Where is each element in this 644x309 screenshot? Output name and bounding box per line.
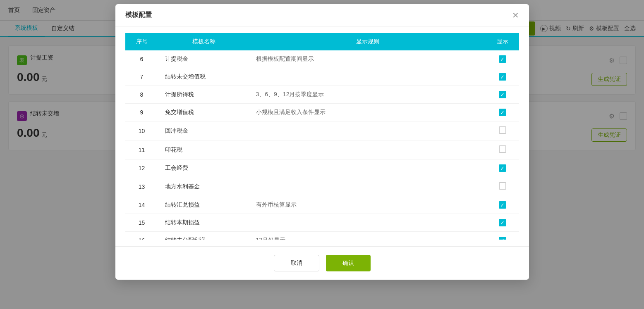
table-row: 16结转未分配利润12月份显示	[125, 232, 519, 240]
row-checkbox-15[interactable]	[499, 219, 506, 226]
row-rule-10	[249, 121, 486, 140]
table-row: 7结转未交增值税	[125, 68, 519, 86]
dialog-title: 模板配置	[125, 11, 152, 19]
template-config-dialog: 模板配置 ✕ 序号 模板名称 显示规则 显示 6计提税金根据模板配置期间显	[115, 4, 529, 280]
table-row: 13地方水利基金	[125, 177, 519, 196]
row-checkbox-cell-9	[486, 104, 519, 121]
table-row: 11印花税	[125, 140, 519, 159]
row-rule-8: 3、6、9、12月按季度显示	[249, 86, 486, 104]
row-rule-7	[249, 68, 486, 86]
row-rule-15	[249, 214, 486, 232]
row-index-13: 13	[125, 177, 158, 196]
row-checkbox-9[interactable]	[499, 109, 506, 116]
row-checkbox-12[interactable]	[499, 164, 506, 172]
row-checkbox-cell-16	[486, 232, 519, 240]
row-checkbox-cell-11	[486, 140, 519, 159]
row-rule-14: 有外币核算显示	[249, 196, 486, 214]
row-name-6: 计提税金	[158, 50, 249, 68]
cancel-button[interactable]: 取消	[274, 255, 319, 271]
row-name-16: 结转未分配利润	[158, 232, 249, 240]
row-index-16: 16	[125, 232, 158, 240]
row-index-10: 10	[125, 121, 158, 140]
table-row: 15结转本期损益	[125, 214, 519, 232]
row-rule-9: 小规模且满足收入条件显示	[249, 104, 486, 121]
row-index-6: 6	[125, 50, 158, 68]
row-checkbox-10[interactable]	[499, 126, 506, 134]
row-checkbox-cell-6	[486, 50, 519, 68]
row-index-9: 9	[125, 104, 158, 121]
col-header-display: 显示	[486, 33, 519, 50]
confirm-button[interactable]: 确认	[326, 255, 371, 271]
row-checkbox-cell-7	[486, 68, 519, 86]
row-name-13: 地方水利基金	[158, 177, 249, 196]
row-name-10: 回冲税金	[158, 121, 249, 140]
row-checkbox-cell-12	[486, 159, 519, 177]
table-row: 9免交增值税小规模且满足收入条件显示	[125, 104, 519, 121]
col-header-name: 模板名称	[158, 33, 249, 50]
dialog-body: 序号 模板名称 显示规则 显示 6计提税金根据模板配置期间显示7结转未交增值税8…	[115, 26, 529, 246]
row-checkbox-cell-13	[486, 177, 519, 196]
row-checkbox-11[interactable]	[499, 145, 506, 153]
table-row: 6计提税金根据模板配置期间显示	[125, 50, 519, 68]
table-row: 12工会经费	[125, 159, 519, 177]
row-name-12: 工会经费	[158, 159, 249, 177]
table-scroll-area[interactable]: 序号 模板名称 显示规则 显示 6计提税金根据模板配置期间显示7结转未交增值税8…	[125, 33, 519, 240]
row-name-11: 印花税	[158, 140, 249, 159]
dialog-header: 模板配置 ✕	[115, 4, 529, 26]
row-name-15: 结转本期损益	[158, 214, 249, 232]
row-checkbox-7[interactable]	[499, 73, 506, 81]
row-index-15: 15	[125, 214, 158, 232]
row-checkbox-cell-8	[486, 86, 519, 104]
modal-overlay: 模板配置 ✕ 序号 模板名称 显示规则 显示 6计提税金根据模板配置期间显	[0, 0, 644, 309]
row-index-8: 8	[125, 86, 158, 104]
row-index-7: 7	[125, 68, 158, 86]
row-checkbox-16[interactable]	[499, 237, 506, 240]
row-checkbox-cell-10	[486, 121, 519, 140]
row-checkbox-cell-14	[486, 196, 519, 214]
col-header-rule: 显示规则	[249, 33, 486, 50]
row-rule-6: 根据模板配置期间显示	[249, 50, 486, 68]
table-row: 8计提所得税3、6、9、12月按季度显示	[125, 86, 519, 104]
row-name-8: 计提所得税	[158, 86, 249, 104]
dialog-footer: 取消 确认	[115, 246, 529, 280]
row-checkbox-6[interactable]	[499, 55, 506, 63]
config-table: 序号 模板名称 显示规则 显示 6计提税金根据模板配置期间显示7结转未交增值税8…	[125, 33, 519, 240]
table-row: 14结转汇兑损益有外币核算显示	[125, 196, 519, 214]
row-name-14: 结转汇兑损益	[158, 196, 249, 214]
row-checkbox-13[interactable]	[499, 182, 506, 190]
row-index-14: 14	[125, 196, 158, 214]
row-index-11: 11	[125, 140, 158, 159]
table-row: 10回冲税金	[125, 121, 519, 140]
row-rule-13	[249, 177, 486, 196]
row-checkbox-14[interactable]	[499, 201, 506, 209]
row-name-9: 免交增值税	[158, 104, 249, 121]
col-header-index: 序号	[125, 33, 158, 50]
dialog-close-button[interactable]: ✕	[512, 11, 519, 19]
row-rule-12	[249, 159, 486, 177]
row-rule-16: 12月份显示	[249, 232, 486, 240]
row-checkbox-cell-15	[486, 214, 519, 232]
row-name-7: 结转未交增值税	[158, 68, 249, 86]
table-header-row: 序号 模板名称 显示规则 显示	[125, 33, 519, 50]
row-index-12: 12	[125, 159, 158, 177]
row-checkbox-8[interactable]	[499, 91, 506, 98]
row-rule-11	[249, 140, 486, 159]
